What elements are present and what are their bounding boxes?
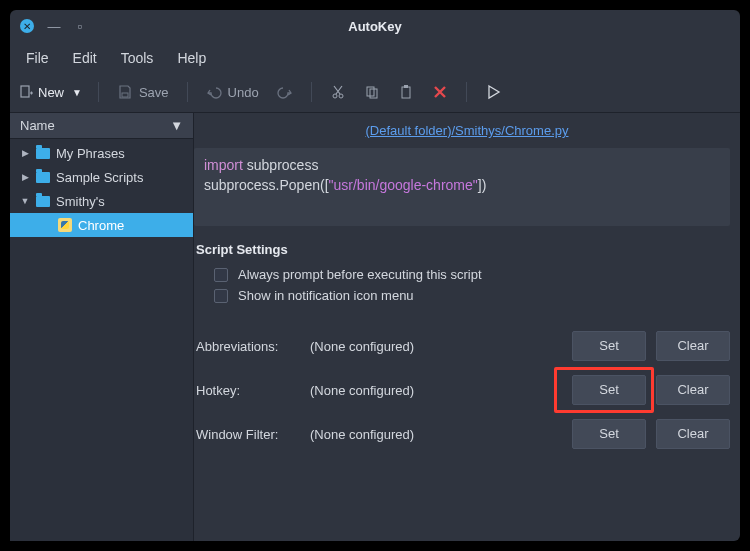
script-settings: Script Settings Always prompt before exe… <box>194 236 740 463</box>
cut-icon <box>330 84 346 100</box>
settings-heading: Script Settings <box>196 242 730 257</box>
menubar: File Edit Tools Help <box>10 42 740 78</box>
chevron-down-icon: ▼ <box>170 118 183 133</box>
window-filter-set-button[interactable]: Set <box>572 419 646 449</box>
svg-rect-6 <box>402 87 410 98</box>
paste-icon <box>398 84 414 100</box>
redo-button[interactable] <box>271 80 299 104</box>
svg-point-3 <box>339 94 343 98</box>
show-tray-row: Show in notification icon menu <box>214 288 730 303</box>
svg-rect-7 <box>404 85 408 88</box>
code-text: subprocess.Popen( <box>204 177 325 193</box>
breadcrumb: (Default folder)/Smithys/Chrome.py <box>194 113 740 146</box>
hotkey-value: (None configured) <box>310 383 562 398</box>
menu-edit[interactable]: Edit <box>61 46 109 70</box>
abbreviations-row: Abbreviations: (None configured) Set Cle… <box>196 331 730 361</box>
window-minimize-icon[interactable]: — <box>48 20 60 32</box>
window-filter-value: (None configured) <box>310 427 562 442</box>
always-prompt-checkbox[interactable] <box>214 268 228 282</box>
show-tray-checkbox[interactable] <box>214 289 228 303</box>
menu-file[interactable]: File <box>14 46 61 70</box>
tree-label: My Phrases <box>56 146 125 161</box>
tree-label: Sample Scripts <box>56 170 143 185</box>
code-text: subprocess <box>243 157 318 173</box>
separator <box>311 82 312 102</box>
copy-button[interactable] <box>358 80 386 104</box>
copy-icon <box>364 84 380 100</box>
tree: ▶ My Phrases ▶ Sample Scripts ▼ Smithy's <box>10 139 193 237</box>
main-pane: (Default folder)/Smithys/Chrome.py impor… <box>194 113 740 541</box>
always-prompt-row: Always prompt before executing this scri… <box>214 267 730 282</box>
tree-folder-my-phrases[interactable]: ▶ My Phrases <box>10 141 193 165</box>
window-close-icon[interactable]: ✕ <box>20 19 34 33</box>
window-filter-row: Window Filter: (None configured) Set Cle… <box>196 419 730 449</box>
breadcrumb-link[interactable]: (Default folder)/Smithys/Chrome.py <box>365 123 568 138</box>
cut-button[interactable] <box>324 80 352 104</box>
checkbox-label: Show in notification icon menu <box>238 288 414 303</box>
tree-label: Smithy's <box>56 194 105 209</box>
sidebar-header-label: Name <box>20 118 55 133</box>
toolbar: New ▼ Save Undo <box>10 78 740 112</box>
tree-label: Chrome <box>78 218 124 233</box>
undo-button[interactable]: Undo <box>200 80 265 104</box>
code-string: "usr/bin/google-chrome" <box>329 177 478 193</box>
tree-folder-smithys[interactable]: ▼ Smithy's <box>10 189 193 213</box>
tree-folder-sample-scripts[interactable]: ▶ Sample Scripts <box>10 165 193 189</box>
run-button[interactable] <box>479 80 507 104</box>
save-icon <box>117 84 133 100</box>
save-button[interactable]: Save <box>111 80 175 104</box>
chevron-down-icon: ▼ <box>20 196 30 206</box>
folder-icon <box>36 172 50 183</box>
hotkey-row: Hotkey: (None configured) Set Clear <box>196 375 730 405</box>
svg-rect-0 <box>21 86 29 97</box>
redo-icon <box>277 84 293 100</box>
tree-item-chrome[interactable]: Chrome <box>10 213 193 237</box>
hotkey-label: Hotkey: <box>196 383 310 398</box>
checkbox-label: Always prompt before executing this scri… <box>238 267 482 282</box>
save-button-label: Save <box>139 85 169 100</box>
sidebar: Name ▼ ▶ My Phrases ▶ Sample Scripts ▼ S <box>10 113 194 541</box>
new-button[interactable]: New ▼ <box>18 84 86 100</box>
chevron-down-icon[interactable]: ▼ <box>68 87 86 98</box>
code-text: ) <box>482 177 487 193</box>
delete-button[interactable] <box>426 80 454 104</box>
window-title: AutoKey <box>10 19 740 34</box>
window-filter-label: Window Filter: <box>196 427 310 442</box>
folder-icon <box>36 148 50 159</box>
undo-button-label: Undo <box>228 85 259 100</box>
code-keyword: import <box>204 157 243 173</box>
undo-icon <box>206 84 222 100</box>
window-filter-clear-button[interactable]: Clear <box>656 419 730 449</box>
chevron-right-icon: ▶ <box>20 148 30 158</box>
hotkey-clear-button[interactable]: Clear <box>656 375 730 405</box>
hotkey-set-button[interactable]: Set <box>572 375 646 405</box>
window-maximize-icon[interactable]: ▫ <box>74 20 86 32</box>
folder-icon <box>36 196 50 207</box>
abbreviations-label: Abbreviations: <box>196 339 310 354</box>
python-file-icon <box>58 218 72 232</box>
delete-x-icon <box>432 84 448 100</box>
sidebar-header[interactable]: Name ▼ <box>10 113 193 139</box>
menu-tools[interactable]: Tools <box>109 46 166 70</box>
chevron-right-icon: ▶ <box>20 172 30 182</box>
abbreviations-clear-button[interactable]: Clear <box>656 331 730 361</box>
abbreviations-value: (None configured) <box>310 339 562 354</box>
new-file-icon <box>18 84 34 100</box>
separator <box>187 82 188 102</box>
menu-help[interactable]: Help <box>165 46 218 70</box>
paste-button[interactable] <box>392 80 420 104</box>
svg-rect-1 <box>122 93 128 97</box>
svg-point-2 <box>333 94 337 98</box>
play-icon <box>485 84 501 100</box>
abbreviations-set-button[interactable]: Set <box>572 331 646 361</box>
titlebar: ✕ — ▫ AutoKey <box>10 10 740 42</box>
separator <box>466 82 467 102</box>
separator <box>98 82 99 102</box>
new-button-label: New <box>38 85 64 100</box>
code-editor[interactable]: import subprocess subprocess.Popen(["usr… <box>194 148 730 226</box>
app-window: ✕ — ▫ AutoKey File Edit Tools Help New ▼… <box>10 10 740 541</box>
